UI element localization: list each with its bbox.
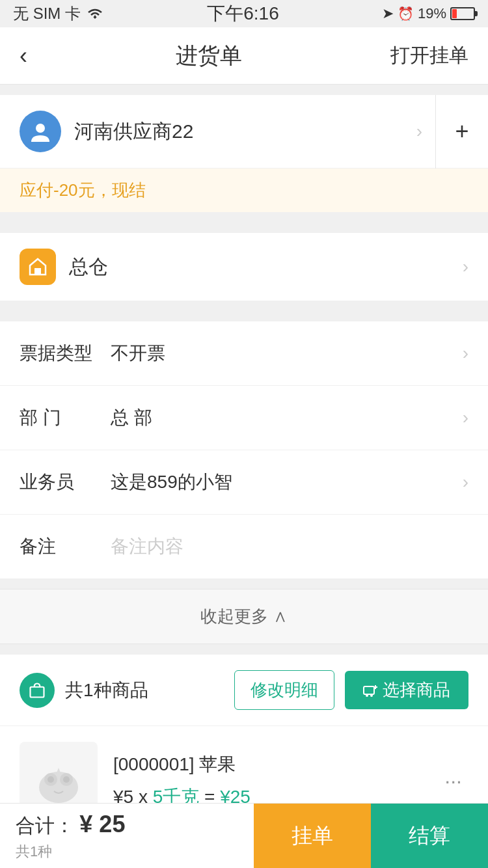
total-sub: 共1种 <box>16 842 238 861</box>
back-button[interactable]: ‹ <box>20 42 27 70</box>
bottom-bar: 合计： ¥ 25 共1种 挂单 结算 <box>0 803 488 868</box>
total-main: 合计： ¥ 25 <box>16 811 238 839</box>
supplier-name: 河南供应商22 <box>74 118 410 145</box>
salesperson-row[interactable]: 业务员 这是859的小智 › <box>0 450 488 515</box>
cart-plus-icon <box>363 683 377 698</box>
department-chevron-icon: › <box>463 407 468 428</box>
edit-detail-button[interactable]: 修改明细 <box>234 670 334 710</box>
main-content: 河南供应商22 › + 应付-20元，现结 总仓 › 票据类型 不开票 <box>0 85 488 868</box>
total-amount: ¥ 25 <box>79 811 125 837</box>
svg-point-8 <box>39 772 78 803</box>
product-id: [0000001] <box>113 754 195 774</box>
divider-3 <box>0 311 488 321</box>
collapse-label: 收起更多 ∧ <box>200 606 287 626</box>
warehouse-chevron-icon: › <box>463 256 468 277</box>
salesperson-chevron-icon: › <box>463 472 468 493</box>
invoice-type-row[interactable]: 票据类型 不开票 › <box>0 321 488 386</box>
status-bar: 无 SIM 卡 下午6:16 ➤ ⏰ 19% <box>0 0 488 27</box>
svg-point-4 <box>366 694 368 697</box>
products-icon <box>20 673 55 708</box>
page-title: 进货单 <box>176 41 242 71</box>
supplier-selector[interactable]: 河南供应商22 › <box>0 95 435 169</box>
divider-top <box>0 85 488 95</box>
supplier-avatar <box>20 111 61 152</box>
person-icon <box>29 120 52 143</box>
invoice-type-chevron-icon: › <box>463 343 468 364</box>
svg-point-12 <box>63 776 70 783</box>
remark-value: 备注内容 <box>111 534 468 559</box>
supplier-section: 河南供应商22 › + <box>0 95 488 169</box>
battery-icon <box>450 7 475 20</box>
battery-percent: 19% <box>418 5 446 22</box>
svg-rect-3 <box>364 686 374 694</box>
house-icon <box>27 256 48 277</box>
svg-marker-13 <box>56 768 61 774</box>
nav-bar: ‹ 进货单 打开挂单 <box>0 27 488 85</box>
wifi-icon <box>86 7 104 20</box>
products-header: 共1种商品 修改明细 选择商品 <box>0 655 488 726</box>
product-more-button[interactable]: ··· <box>438 769 468 793</box>
status-right: ➤ ⏰ 19% <box>382 5 475 22</box>
checkout-button[interactable]: 结算 <box>371 804 488 868</box>
total-label: 合计： <box>16 815 74 836</box>
supplier-chevron-icon: › <box>416 121 422 142</box>
select-product-button[interactable]: 选择商品 <box>345 671 468 709</box>
select-product-label: 选择商品 <box>383 679 450 701</box>
collapse-bar[interactable]: 收起更多 ∧ <box>0 589 488 644</box>
divider-2 <box>0 223 488 233</box>
remark-row[interactable]: 备注 备注内容 <box>0 515 488 578</box>
svg-point-0 <box>36 124 45 133</box>
shopping-bag-icon <box>28 681 46 699</box>
department-label: 部 门 <box>20 405 111 430</box>
svg-rect-2 <box>31 686 44 697</box>
salesperson-label: 业务员 <box>20 470 111 495</box>
notice-text: 应付-20元，现结 <box>20 180 146 200</box>
svg-point-5 <box>370 694 373 697</box>
total-section: 合计： ¥ 25 共1种 <box>0 804 254 868</box>
carrier-text: 无 SIM 卡 <box>13 3 81 24</box>
product-apple: 苹果 <box>199 754 236 774</box>
invoice-type-value: 不开票 <box>111 341 456 366</box>
warehouse-icon <box>20 249 56 285</box>
supplier-add-button[interactable]: + <box>436 95 488 169</box>
remark-label: 备注 <box>20 534 111 559</box>
warehouse-selector[interactable]: 总仓 › <box>0 233 488 301</box>
status-time: 下午6:16 <box>207 1 279 26</box>
status-carrier: 无 SIM 卡 <box>13 3 104 24</box>
notice-banner: 应付-20元，现结 <box>0 169 488 212</box>
products-count: 共1种商品 <box>65 678 234 703</box>
warehouse-name: 总仓 <box>69 254 456 280</box>
invoice-type-label: 票据类型 <box>20 341 111 366</box>
form-section: 票据类型 不开票 › 部 门 总 部 › 业务员 这是859的小智 › 备注 备… <box>0 321 488 578</box>
product-name: [0000001] 苹果 <box>113 752 438 777</box>
svg-point-11 <box>47 776 54 783</box>
open-hang-button[interactable]: 打开挂单 <box>390 42 468 69</box>
svg-rect-1 <box>34 268 41 275</box>
owl-logo-icon <box>33 755 85 807</box>
department-row[interactable]: 部 门 总 部 › <box>0 386 488 450</box>
department-value: 总 部 <box>111 405 456 430</box>
location-icon: ➤ <box>382 5 394 22</box>
salesperson-value: 这是859的小智 <box>111 470 456 495</box>
product-info: [0000001] 苹果 ¥5 x 5千克 = ¥25 <box>113 752 438 809</box>
hang-button[interactable]: 挂单 <box>254 804 371 868</box>
alarm-icon: ⏰ <box>398 6 414 21</box>
warehouse-section: 总仓 › <box>0 233 488 301</box>
